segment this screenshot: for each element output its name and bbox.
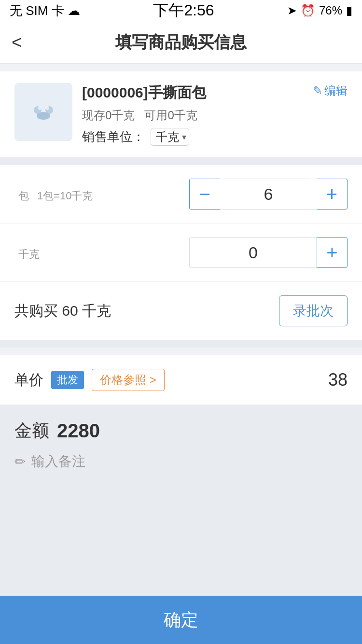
summary-text: 共购买 60 千克	[14, 301, 111, 321]
unit-select-input[interactable]: 千克	[151, 128, 189, 146]
kg-quantity-row: 千克 +	[0, 224, 362, 282]
amount-value: 2280	[57, 420, 100, 442]
note-row[interactable]: ✏ 输入备注	[14, 452, 348, 471]
bag-plus-button[interactable]: +	[317, 179, 348, 210]
product-logo-icon	[29, 98, 58, 126]
page-title: 填写商品购买信息	[115, 31, 247, 54]
price-badge: 批发	[51, 371, 84, 389]
bag-label: 包 1包=10千克	[14, 185, 189, 203]
bag-qty-input[interactable]	[220, 179, 317, 210]
battery-icon: ▮	[346, 4, 352, 17]
note-placeholder: 输入备注	[31, 452, 85, 471]
status-battery: ➤ ⏰ 76% ▮	[287, 4, 352, 17]
battery-level: 76%	[319, 4, 342, 17]
svg-point-4	[45, 106, 49, 110]
location-icon: ➤	[287, 4, 297, 17]
kg-plus-button[interactable]: +	[317, 237, 348, 268]
kg-qty-controls: +	[189, 237, 348, 268]
bag-minus-button[interactable]: −	[189, 179, 220, 210]
unit-selector[interactable]: 千克	[151, 128, 189, 146]
edit-label: 编辑	[324, 83, 348, 98]
nav-bar: < 填写商品购买信息	[0, 21, 362, 64]
amount-label: 金额	[14, 419, 49, 443]
price-reference-button[interactable]: 价格参照 >	[92, 369, 165, 391]
price-section: 单价 批发 价格参照 > 38	[0, 355, 362, 405]
product-stock: 现存0千克 可用0千克	[82, 108, 348, 123]
bag-qty-controls: − +	[189, 179, 348, 210]
bag-quantity-row: 包 1包=10千克 − +	[0, 165, 362, 224]
kg-qty-input[interactable]	[189, 237, 317, 268]
price-label: 单价	[14, 370, 43, 390]
quantity-section: 包 1包=10千克 − + 千克 +	[0, 165, 362, 282]
note-edit-icon: ✏	[14, 454, 26, 470]
spacer	[0, 480, 362, 596]
summary-row: 共购买 60 千克 录批次	[0, 282, 362, 340]
status-carrier: 无 SIM 卡 ☁	[10, 2, 80, 19]
batch-button[interactable]: 录批次	[279, 295, 348, 326]
back-button[interactable]: <	[12, 32, 22, 53]
product-image	[14, 83, 72, 141]
unit-label: 销售单位：	[82, 128, 145, 145]
product-card: [0000006]手撕面包 现存0千克 可用0千克 销售单位： 千克 ✎ 编辑	[0, 71, 362, 157]
status-bar: 无 SIM 卡 ☁ 下午2:56 ➤ ⏰ 76% ▮	[0, 0, 362, 21]
separator-2	[0, 340, 362, 348]
edit-icon: ✎	[313, 84, 322, 98]
product-unit-row: 销售单位： 千克	[82, 128, 348, 146]
confirm-label: 确定	[164, 608, 198, 632]
amount-section: 金额 2280 ✏ 输入备注	[0, 405, 362, 480]
alarm-icon: ⏰	[301, 4, 315, 17]
confirm-button[interactable]: 确定	[0, 596, 362, 644]
status-time: 下午2:56	[153, 0, 214, 21]
price-row: 单价 批发 价格参照 > 38	[14, 369, 348, 391]
edit-button[interactable]: ✎ 编辑	[313, 83, 348, 98]
price-value: 38	[328, 370, 348, 390]
product-name: [0000006]手撕面包	[82, 83, 348, 103]
svg-point-3	[38, 106, 42, 110]
separator-1	[0, 157, 362, 165]
product-info: [0000006]手撕面包 现存0千克 可用0千克 销售单位： 千克	[82, 83, 348, 146]
amount-row: 金额 2280	[14, 419, 348, 443]
svg-point-2	[37, 112, 50, 120]
kg-label: 千克	[14, 244, 189, 262]
